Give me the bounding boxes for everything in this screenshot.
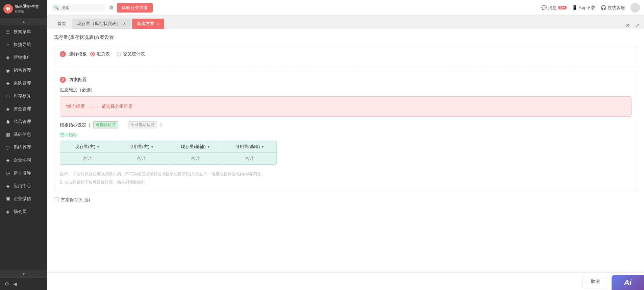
search-box[interactable]: 🔍	[51, 4, 105, 11]
save-plan-checkbox[interactable]	[54, 197, 59, 202]
tab-new-plan-close[interactable]: ✕	[156, 22, 159, 26]
stat-col-0: 现存量(主) ▾ 合计	[60, 141, 114, 164]
message-icon: 💬	[541, 5, 547, 10]
dimension-placeholder[interactable]: 请选择分组维度	[102, 103, 132, 110]
sidebar-item-corp-wechat[interactable]: ▣ 企业微信	[0, 192, 47, 205]
system-icon: ◌	[5, 144, 11, 150]
stat-col-body-0: 合计	[60, 153, 114, 164]
hint-2: 2. 点击标题栏下拉可设置排序、插入列和删除列	[60, 178, 631, 186]
radio-cross-dot	[117, 52, 121, 56]
tab-inventory[interactable]: 现存量（库存状况表） ✕	[72, 19, 131, 29]
operations-icon: ◉	[5, 119, 11, 125]
sidebar-item-marketing[interactable]: ◈ 营销推广	[0, 51, 47, 64]
indicator-suffix: ）	[160, 122, 164, 128]
chevron-down-icon-3: ▾	[262, 145, 264, 149]
chevron-down-icon-0: ▾	[97, 145, 99, 149]
section1-header: 1 选择模板 汇总表 交叉统计表	[60, 51, 631, 57]
tab-inventory-close[interactable]: ✕	[123, 22, 126, 26]
sidebar-item-finance[interactable]: ◈ 资金管理	[0, 102, 47, 115]
stat-col-2: 现存量(基辅) ▾ 合计	[168, 141, 222, 164]
hint-1: 提示： 1.拖动标题栏可以调整布局，不可跨维度或指标区域拖动栏目字段(只能在同一…	[60, 170, 631, 178]
stat-col-header-2[interactable]: 现存量(基辅) ▾	[168, 141, 222, 153]
sidebar-nav: ☰ 搜索菜单 ⌂ 快捷导航 ◈ 营销推广 ◉ 销售管理 ◈ 采购管理 ◻ 库存核…	[0, 25, 47, 270]
tabbar: 首页 现存量（库存状况表） ✕ 新建方案 ✕ ✕ ⤢	[47, 16, 644, 29]
window-expand-icon[interactable]: ⤢	[634, 22, 641, 29]
tab-home[interactable]: 首页	[53, 19, 71, 29]
message-btn[interactable]: 💬 消息 99+	[541, 5, 567, 11]
indicator-prefix: 模板指标设定（	[60, 122, 91, 128]
settings-icon[interactable]: ⚙	[5, 281, 9, 287]
stat-col-header-1[interactable]: 可用量(主) ▾	[114, 141, 168, 153]
tab-new-plan[interactable]: 新建方案 ✕	[132, 19, 164, 29]
sidebar-item-search-menu[interactable]: ☰ 搜索菜单	[0, 25, 47, 38]
headset-icon: 🎧	[601, 5, 606, 10]
indicator-sep	[121, 122, 125, 128]
stat-table: 现存量(主) ▾ 合计 可用量(主) ▾ 合计	[60, 141, 277, 165]
section2-header: 2 方案配置	[60, 77, 631, 83]
summary-dimension-label-row: 汇总维度（必选）	[60, 87, 631, 93]
stat-col-body-2: 合计	[168, 153, 222, 164]
online-service-btn[interactable]: 🎧 在线客服	[601, 5, 625, 11]
ai-badge[interactable]: Ai	[612, 275, 644, 290]
window-controls: ✕ ⤢	[624, 22, 644, 29]
sidebar-item-new-guide[interactable]: ◎ 新手引导	[0, 167, 47, 179]
save-plan-row: 方案保存(可选)	[54, 197, 637, 203]
app-download-btn[interactable]: 📱 App下载	[572, 5, 595, 11]
gear-icon[interactable]: ⚙	[109, 4, 114, 11]
app-download-icon: 📱	[572, 5, 577, 10]
purchase-icon: ◈	[5, 80, 11, 86]
sales-icon: ◉	[5, 67, 11, 73]
collapse-icon[interactable]: ◀	[13, 281, 17, 287]
basic-info-icon: ▦	[5, 131, 11, 138]
hint-area: 提示： 1.拖动标题栏可以调整布局，不可跨维度或指标区域拖动栏目字段(只能在同一…	[60, 170, 631, 186]
window-close-icon[interactable]: ✕	[624, 22, 631, 29]
corp-wechat-icon: ▣	[5, 196, 11, 202]
search-menu-icon: ☰	[5, 29, 11, 35]
chevron-down-icon-2: ▾	[208, 145, 209, 149]
page-title: 现存量(库存状况表)方案设置	[54, 34, 637, 41]
dimension-required: *纵向维度	[66, 103, 85, 110]
cancel-button[interactable]: 取消	[583, 276, 608, 287]
sidebar-item-sales[interactable]: ◉ 销售管理	[0, 64, 47, 77]
section-template: 1 选择模板 汇总表 交叉统计表	[54, 46, 637, 66]
sidebar-item-operations[interactable]: ◉ 经营管理	[0, 115, 47, 128]
corp-icon: ◈	[5, 157, 11, 163]
stat-col-body-3: 合计	[222, 153, 276, 164]
search-input[interactable]	[61, 5, 103, 10]
sidebar-item-vip[interactable]: ◈ 畅会员	[0, 205, 47, 218]
search-icon: 🔍	[54, 5, 59, 10]
section2-num: 2	[60, 77, 66, 83]
section2-title: 方案配置	[69, 77, 87, 83]
stat-section: 统计指标 现存量(主) ▾ 合计	[60, 132, 631, 165]
radio-summary-dot	[90, 52, 95, 56]
sidebar-item-basic-info[interactable]: ▦ 基础信息	[0, 128, 47, 141]
sidebar-scroll-up[interactable]: ▲	[0, 18, 47, 25]
section-config: 2 方案配置 汇总维度（必选） *纵向维度 —— 请选择分组维度	[54, 72, 637, 191]
save-plan-label: 方案保存(可选)	[61, 197, 90, 203]
stat-col-header-3[interactable]: 可用量(基辅) ▾	[222, 141, 276, 153]
sidebar-scroll-down[interactable]: ▼	[0, 270, 47, 277]
radio-cross[interactable]: 交叉统计表	[117, 51, 145, 57]
sidebar-item-system[interactable]: ◌ 系统管理	[0, 141, 47, 154]
bottom-bar: 取消 查询	[47, 272, 644, 290]
quick-nav-icon: ⌂	[5, 42, 11, 48]
sidebar-bottom: ⚙ ◀	[0, 277, 47, 290]
logo-icon: 畅	[3, 4, 13, 14]
indicator-label-row: 模板指标设定（ 可拖动位置 不可拖动位置 ）	[60, 121, 631, 128]
sidebar-item-purchase[interactable]: ◈ 采购管理	[0, 77, 47, 90]
dimension-area: *纵向维度 —— 请选择分组维度	[60, 96, 631, 117]
stat-col-header-0[interactable]: 现存量(主) ▾	[60, 141, 114, 153]
no-drag-label: 不可拖动位置	[128, 121, 157, 128]
content: 现存量(库存状况表)方案设置 1 选择模板 汇总表 交叉统计表	[47, 29, 644, 272]
inventory-icon: ◻	[5, 93, 11, 99]
sidebar-item-inventory[interactable]: ◻ 库存核算	[0, 90, 47, 102]
section1-num: 1	[60, 51, 66, 57]
trial-btn[interactable]: 体验行业方案	[117, 3, 153, 13]
avatar[interactable]	[630, 3, 640, 13]
radio-summary[interactable]: 汇总表	[90, 51, 110, 57]
sidebar-item-corp[interactable]: ◈ 企业协同	[0, 154, 47, 167]
sidebar-item-quick-nav[interactable]: ⌂ 快捷导航	[0, 38, 47, 51]
message-badge: 99+	[558, 6, 567, 9]
stat-col-1: 可用量(主) ▾ 合计	[114, 141, 168, 164]
sidebar-item-app-center[interactable]: ◈ 应用中心	[0, 179, 47, 192]
